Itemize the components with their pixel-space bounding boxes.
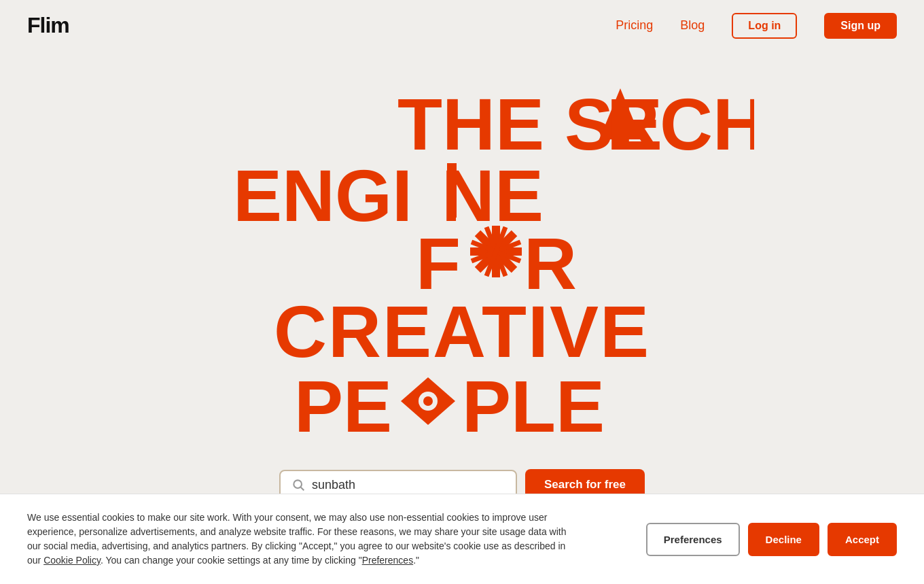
hero-section: .ht { font-family: 'Arial Black', Impact… [0,51,924,541]
cookie-policy-link[interactable]: Cookie Policy [43,555,101,566]
svg-text:CREATIVE: CREATIVE [274,290,650,364]
svg-text:RCH: RCH [607,83,754,165]
svg-point-22 [294,480,302,488]
logo: Flim [27,13,69,38]
nav-right: Pricing Blog Log in Sign up [616,13,897,39]
cookie-banner: We use essential cookies to make our sit… [0,494,924,584]
hero-people-line: .ht2 { font-family: 'Arial Black', Impac… [292,364,632,442]
svg-text:PE: PE [294,365,392,442]
search-input[interactable] [312,478,505,492]
signup-button[interactable]: Sign up [824,13,897,39]
svg-line-23 [301,487,304,491]
navbar: Flim Pricing Blog Log in Sign up [0,0,924,51]
svg-text:ENGI: ENGI [233,154,412,237]
preferences-inline-link[interactable]: Preferences [362,555,413,566]
nav-pricing[interactable]: Pricing [616,18,653,33]
hero-title: .ht { font-family: 'Arial Black', Impact… [170,71,754,364]
login-button[interactable]: Log in [732,13,797,39]
svg-text:PLE: PLE [462,365,605,442]
svg-point-20 [423,396,433,406]
search-icon [291,478,305,492]
preferences-button[interactable]: Preferences [646,523,740,556]
accept-button[interactable]: Accept [828,523,897,556]
cookie-text: We use essential cookies to make our sit… [27,511,571,568]
nav-blog[interactable]: Blog [680,18,705,33]
cookie-buttons: Preferences Decline Accept [646,523,897,556]
decline-button[interactable]: Decline [748,523,819,556]
